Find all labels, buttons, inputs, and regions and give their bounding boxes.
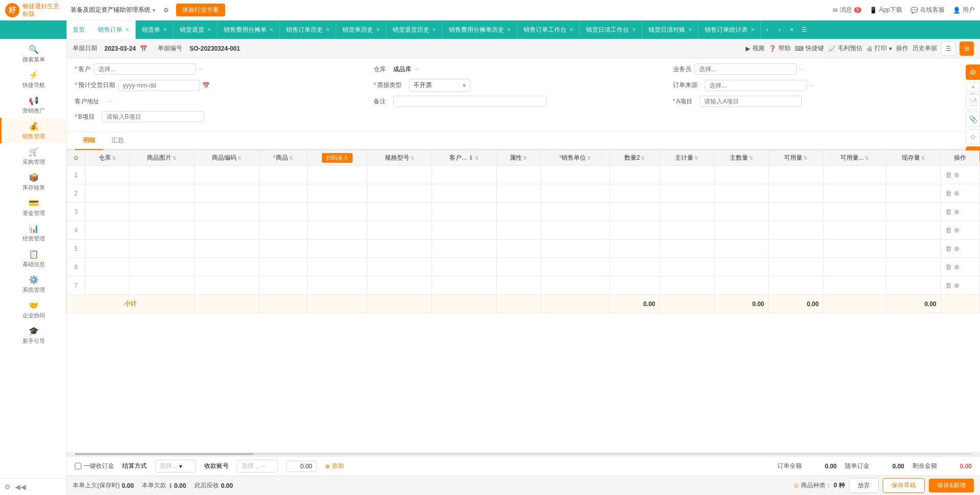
nav-next-icon[interactable]: › <box>773 20 786 39</box>
remark-input[interactable] <box>393 96 547 107</box>
a-project-input[interactable] <box>700 96 802 107</box>
print-dropdown-icon[interactable]: ▾ <box>889 45 892 52</box>
profit-btn[interactable]: 📈 毛利预估 <box>828 41 862 56</box>
delete-row-icon[interactable]: 🗑 <box>945 189 952 197</box>
col-gear[interactable]: ⚙ <box>67 150 85 166</box>
sidebar-item-operation[interactable]: 📊 经营管理 <box>0 220 66 246</box>
history-btn[interactable]: 历史单据 <box>912 41 937 56</box>
close-tab-icon[interactable]: × <box>163 26 167 33</box>
delete-row-icon[interactable]: 🗑 <box>945 208 952 216</box>
tab-home[interactable]: 首页 <box>67 20 92 39</box>
nav-prev-icon[interactable]: ‹ <box>761 20 773 39</box>
copy-row-icon[interactable]: ⊕ <box>954 171 960 179</box>
save-new-button[interactable]: 保存&新增 <box>929 479 974 492</box>
one-click-checkbox[interactable] <box>75 463 81 469</box>
shortcut-btn[interactable]: ⌨ 快捷键 <box>795 41 824 56</box>
sidebar-item-search[interactable]: 🔍 搜索菜单 <box>0 41 66 67</box>
print-btn[interactable]: 🖨 打印 ▾ <box>866 41 892 56</box>
sidebar-item-system[interactable]: ⚙️ 系统管理 <box>0 271 66 297</box>
star-float-btn[interactable]: ☆ <box>966 129 980 144</box>
scrollbar-area[interactable] <box>67 452 980 456</box>
info-icon[interactable]: ℹ <box>470 154 472 161</box>
tab-return-history[interactable]: 销货退货历史 × <box>386 20 443 39</box>
nav-close-icon[interactable]: × <box>786 20 798 39</box>
close-tab-icon[interactable]: × <box>326 26 330 33</box>
sidebar-item-baseinfo[interactable]: 📋 基础信息 <box>0 246 66 271</box>
tab-summary[interactable]: 汇总 <box>103 132 132 150</box>
address-dots-icon[interactable]: ··· <box>106 98 112 105</box>
order-source-input[interactable] <box>705 80 807 91</box>
sidebar-item-collab[interactable]: 🤝 企业协同 <box>0 297 66 322</box>
app-download-btn[interactable]: 📱 App下载 <box>869 6 902 14</box>
one-click-payment-checkbox[interactable]: 一键收订金 <box>75 462 114 470</box>
sidebar-item-guide[interactable]: 🎓 新手引导 <box>0 322 66 348</box>
customer-input[interactable] <box>94 63 196 75</box>
action-btn[interactable]: 操作 <box>896 41 908 56</box>
sidebar-item-inventory[interactable]: 📦 库存核算 <box>0 169 66 195</box>
close-tab-icon[interactable]: × <box>376 26 380 33</box>
close-tab-icon[interactable]: × <box>207 26 211 33</box>
table-view-btn[interactable]: ☰ <box>941 41 955 56</box>
delete-row-icon[interactable]: 🗑 <box>945 171 952 179</box>
grid-view-btn[interactable]: ⊞ <box>960 41 974 56</box>
close-tab-icon[interactable]: × <box>432 26 436 33</box>
calendar-icon[interactable]: 📅 <box>140 45 147 52</box>
gear-icon[interactable]: ⚙ <box>73 155 79 162</box>
customer-dots-icon[interactable]: ··· <box>198 66 203 73</box>
nav-menu-icon[interactable]: ☰ <box>798 20 810 39</box>
message-btn[interactable]: ✉ 消息 9 <box>833 6 861 14</box>
warehouse-dots-icon[interactable]: ··· <box>413 66 419 73</box>
b-project-input[interactable] <box>102 111 204 122</box>
product-count-icon[interactable]: ⊙ <box>794 482 799 489</box>
delivery-calendar-icon[interactable]: 📅 <box>202 82 210 89</box>
sidebar-item-finance[interactable]: 💳 资金管理 <box>0 195 66 220</box>
sidebar-item-marketing[interactable]: 📢 营销推广 <box>0 92 66 118</box>
tab-sales-bill-history[interactable]: 销货单历史 × <box>336 20 386 39</box>
copy-row-icon[interactable]: ⊕ <box>954 263 960 271</box>
order-source-dots-icon[interactable]: ··· <box>809 82 814 89</box>
tab-sales-expense[interactable]: 销售费用分摊单 × <box>217 20 280 39</box>
tab-detail[interactable]: 明细 <box>75 132 103 150</box>
staff-input[interactable] <box>694 63 797 75</box>
solution-button[interactable]: 体验行业方案 <box>176 4 225 16</box>
view-btn[interactable]: ▶ 视频 <box>746 41 765 56</box>
tab-sales-return[interactable]: 销货退货 × <box>173 20 217 39</box>
online-service-btn[interactable]: 💬 在线客服 <box>910 6 945 14</box>
tab-order-stats[interactable]: 销售订单统计表 × <box>699 20 761 39</box>
close-tab-icon[interactable]: × <box>270 26 273 33</box>
sidebar-item-purchase[interactable]: 🛒 采购管理 <box>0 143 66 169</box>
tab-sales-order[interactable]: 销售订单 × <box>92 20 136 39</box>
tab-order-workbench[interactable]: 销售订单工作台 × <box>517 20 580 39</box>
close-tab-icon[interactable]: × <box>688 26 692 33</box>
close-tab-icon[interactable]: × <box>125 26 129 33</box>
copy-row-icon[interactable]: ⊕ <box>954 282 960 289</box>
dropdown-arrow-icon[interactable]: ▾ <box>153 7 156 14</box>
sidebar-item-quicknav[interactable]: ⚡ 快捷导航 <box>0 67 66 92</box>
delete-row-icon[interactable]: 🗑 <box>945 245 952 252</box>
cur-debt-info-icon[interactable]: ℹ <box>169 482 172 489</box>
clip-float-btn[interactable]: 📎 <box>966 112 980 127</box>
material-float-btn[interactable]: +物料 <box>966 82 980 92</box>
tab-daily-workbench[interactable]: 钱货日清工作台 × <box>580 20 642 39</box>
close-tab-icon[interactable]: × <box>751 26 754 33</box>
close-tab-icon[interactable]: × <box>632 26 636 33</box>
tab-expense-history[interactable]: 销售费用分摊单历史 × <box>443 20 517 39</box>
close-tab-icon[interactable]: × <box>507 26 511 33</box>
delete-row-icon[interactable]: 🗑 <box>945 282 952 289</box>
tab-sales-bill[interactable]: 销货单 × <box>136 20 173 39</box>
settings-icon[interactable]: ⚙ <box>160 4 172 16</box>
settlement-select[interactable]: 选择... ▾ <box>155 460 196 472</box>
delete-row-icon[interactable]: 🗑 <box>945 263 952 271</box>
help-btn[interactable]: ❓ 帮助 <box>769 41 791 56</box>
tab-sales-order-history[interactable]: 销售订单历史 × <box>280 20 336 39</box>
staff-dots-icon[interactable]: ··· <box>799 66 804 73</box>
copy-row-icon[interactable]: ⊕ <box>954 208 960 216</box>
sidebar-settings-icon[interactable]: ⚙ <box>4 483 11 491</box>
payment-amount-input[interactable] <box>286 461 317 472</box>
sidebar-item-sales[interactable]: 💰 销售管理 <box>0 118 66 143</box>
settings-float-btn[interactable]: ⚙ <box>966 64 980 80</box>
user-btn[interactable]: 👤 用户 <box>953 6 975 14</box>
copy-row-icon[interactable]: ⊕ <box>954 245 960 252</box>
scan-btn[interactable]: 扫码录入 <box>322 153 353 163</box>
history-float-btn[interactable]: 📄 <box>966 94 980 110</box>
